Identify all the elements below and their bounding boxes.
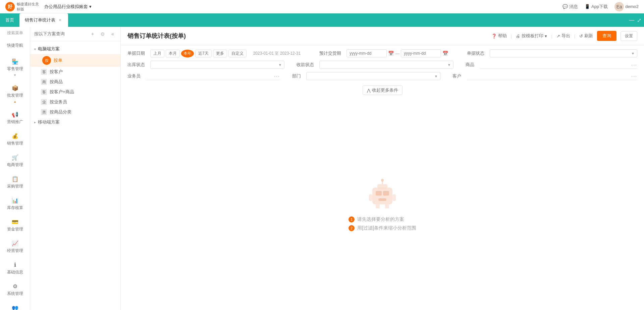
sidebar-item-operations[interactable]: 📈 经营管理 <box>0 236 30 258</box>
tree-child-by-salesperson[interactable]: 业 按业务员 <box>30 97 120 107</box>
goods-more-button[interactable]: ··· <box>631 62 637 67</box>
export-button[interactable]: ↗ 导出 <box>556 33 570 39</box>
app-download-button[interactable]: 📱 App下载 <box>585 4 608 10</box>
date-btn-this-year[interactable]: 本年 <box>181 50 194 57</box>
svg-rect-7 <box>369 194 372 201</box>
svg-point-6 <box>381 179 384 182</box>
date-btn-last-month[interactable]: 上月 <box>150 50 164 57</box>
salesperson-input[interactable] <box>146 72 274 80</box>
tree-parent-mobile[interactable]: ▸ 移动端方案 <box>30 117 120 127</box>
settings-button[interactable]: 设置 <box>621 31 637 41</box>
tree-child-by-goods[interactable]: 商 按商品 <box>30 77 120 87</box>
date-btn-more[interactable]: 更多 <box>213 50 227 57</box>
by-category-label: 按商品分类 <box>50 109 71 115</box>
sidebar-search-menu[interactable]: 搜索菜单 <box>0 27 30 39</box>
payment-select[interactable] <box>319 61 453 69</box>
tree-child-by-order[interactable]: 按 按单 <box>30 54 120 67</box>
shipment-select[interactable] <box>150 61 284 69</box>
date-btn-this-month[interactable]: 本月 <box>166 50 180 57</box>
svg-rect-2 <box>383 191 389 196</box>
by-customer-goods-icon: 客 <box>41 89 47 95</box>
tab-minimize-button[interactable]: — <box>629 17 634 23</box>
mobile-scheme-label: 移动端方案 <box>38 119 60 125</box>
user-area[interactable]: Ea demo2 <box>614 2 639 11</box>
status-select-wrapper <box>490 49 637 57</box>
tab-sales-order-stats[interactable]: 销售订单统计表 × <box>19 13 68 27</box>
calendar-icon-2[interactable]: 📅 <box>442 51 448 56</box>
refresh-button[interactable]: ↺ 刷新 <box>579 33 593 39</box>
query-button[interactable]: 查询 <box>597 31 616 41</box>
calendar-icon-1[interactable]: 📅 <box>388 51 394 56</box>
help-button[interactable]: ❓ 帮助 <box>491 33 507 39</box>
top-bar-left: 好 畅捷通好生意 标版 办公用品行业模拟账套 ▾ <box>5 2 94 11</box>
expected-delivery-label: 预计交货期 <box>319 50 341 56</box>
goods-input[interactable] <box>480 61 631 68</box>
tree-child-by-category[interactable]: 类 按商品分类 <box>30 107 120 117</box>
tree-child-by-customer-goods[interactable]: 客 按客户+商品 <box>30 87 120 97</box>
sidebar-item-marketing[interactable]: 📢 营销推广 <box>0 107 30 129</box>
sidebar-item-wholesale[interactable]: 📦 批发管理 ▴ <box>0 81 30 107</box>
top-bar-right: 💬 消息 📱 App下载 Ea demo2 <box>562 2 639 11</box>
single-date-label: 单据日期 <box>127 50 145 56</box>
expected-delivery-end[interactable] <box>401 49 441 57</box>
date-btn-last-7-days[interactable]: 近7天 <box>195 50 212 57</box>
sidebar-item-basic-info[interactable]: ℹ 基础信息 <box>0 258 30 279</box>
sidebar-item-enterprise[interactable]: 👥 企业协同 <box>0 301 30 310</box>
status-select[interactable] <box>490 49 637 57</box>
department-select[interactable] <box>306 72 440 80</box>
empty-state: 1 请先选择要分析的方案 2 用[过滤]条件来缩小分析范围 <box>121 98 644 310</box>
sidebar-item-finance[interactable]: 💳 资金管理 <box>0 215 30 236</box>
left-panel-header: 按以下方案查询 + ⊙ « <box>30 27 120 41</box>
sidebar-quick-nav[interactable]: 快捷导航 <box>0 39 30 52</box>
customer-label: 客户 <box>452 73 461 79</box>
retail-icon: 🏪 <box>12 58 18 65</box>
goods-input-area: ··· <box>480 61 637 69</box>
add-scheme-button[interactable]: + <box>89 30 96 38</box>
svg-rect-0 <box>372 188 392 204</box>
tree-parent-pc[interactable]: ▾ 电脑端方案 <box>30 44 120 54</box>
expected-delivery-start[interactable] <box>346 49 387 57</box>
by-customer-goods-label: 按客户+商品 <box>50 89 74 95</box>
sidebar-item-inventory[interactable]: 📊 库存核算 <box>0 193 30 215</box>
collapse-panel-button[interactable]: « <box>109 30 116 38</box>
tab-bar: 首页 销售订单统计表 × — ⤢ <box>0 13 644 27</box>
svg-rect-9 <box>376 204 380 208</box>
customer-input[interactable] <box>467 72 631 80</box>
sidebar-item-purchase[interactable]: 📋 采购管理 <box>0 172 30 193</box>
sidebar-item-system[interactable]: ⚙ 系统管理 <box>0 279 30 301</box>
salesperson-input-area: ··· <box>146 72 280 80</box>
by-goods-icon: 商 <box>41 79 47 85</box>
sidebar-item-ecommerce[interactable]: 🛒 电商管理 <box>0 150 30 172</box>
help-icon: ❓ <box>491 34 497 39</box>
tree-child-by-customer[interactable]: 客 按客户 <box>30 67 120 77</box>
sidebar-item-sales[interactable]: 💰 销售管理 <box>0 129 30 150</box>
svg-rect-10 <box>385 204 389 208</box>
customer-more-button[interactable]: ··· <box>631 73 637 79</box>
tab-close-button[interactable]: × <box>57 17 63 23</box>
ecommerce-icon: 🛒 <box>12 154 18 161</box>
collapse-button[interactable]: ⋀ 收起更多条件 <box>363 86 402 95</box>
dropdown-icon: ▾ <box>89 4 92 9</box>
scheme-settings-button[interactable]: ⊙ <box>99 30 106 38</box>
svg-rect-3 <box>378 198 386 201</box>
by-salesperson-icon: 业 <box>41 99 47 105</box>
message-button[interactable]: 💬 消息 <box>562 4 578 10</box>
empty-illustration <box>366 177 399 211</box>
date-btn-custom[interactable]: 自定义 <box>228 50 247 57</box>
print-dropdown-icon: ▾ <box>545 34 547 39</box>
tab-home[interactable]: 首页 <box>0 13 19 27</box>
sales-icon: 💰 <box>12 133 18 139</box>
by-customer-label: 按客户 <box>50 69 63 75</box>
purchase-icon: 📋 <box>12 176 18 182</box>
tree-arrow-mobile: ▸ <box>34 120 36 124</box>
template-print-button[interactable]: 🖨 按模板打印 ▾ <box>516 33 547 39</box>
logo-text: 畅捷通好生意 标版 <box>17 2 39 11</box>
tab-maximize-button[interactable]: ⤢ <box>637 17 641 23</box>
app-selector[interactable]: 办公用品行业模拟账套 ▾ <box>42 2 94 11</box>
filter-row-2: 出库状态 收款状态 商品 ··· <box>127 61 637 69</box>
salesperson-more-button[interactable]: ··· <box>274 73 280 79</box>
finance-icon: 💳 <box>12 219 18 225</box>
sidebar-item-retail[interactable]: 🏪 零售管理 ▾ <box>0 54 30 81</box>
shipment-label: 出库状态 <box>127 62 145 68</box>
by-category-icon: 类 <box>41 109 47 115</box>
